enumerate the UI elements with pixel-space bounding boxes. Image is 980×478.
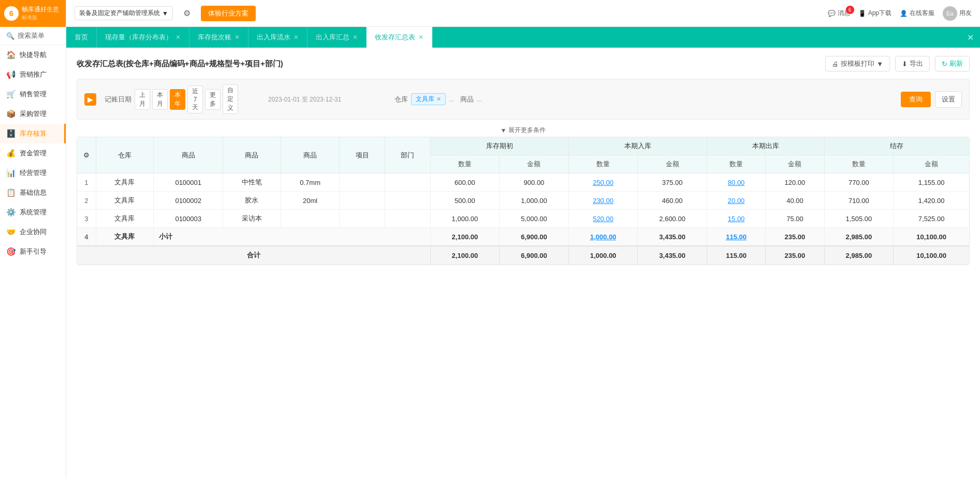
purchase-icon: 📦 [6, 109, 16, 119]
page-title: 收发存汇总表(按仓库+商品编码+商品+规格型号+项目+部门) [77, 59, 283, 69]
app-download-button[interactable]: 📱 App下载 [858, 9, 891, 18]
filter-settings-button[interactable]: 设置 [935, 91, 962, 108]
close-all-tabs-button[interactable]: ✕ [967, 33, 974, 42]
tab-in-out-summary[interactable]: 出入库汇总 ✕ [308, 27, 367, 48]
row3-dept [385, 210, 430, 228]
message-button[interactable]: 💬 消息 6 [828, 9, 850, 18]
sidebar-item-basic[interactable]: 📋 基础信息 [0, 183, 66, 202]
tab-stock-dist[interactable]: 现存量（库存分布表） ✕ [97, 27, 189, 48]
online-service-button[interactable]: 👤 在线客服 [900, 9, 934, 18]
tab-recv-send-summary[interactable]: 收发存汇总表 ✕ [367, 27, 432, 48]
tab-recv-send-summary-label: 收发存汇总表 [375, 33, 415, 42]
row2-spec: 20ml [281, 192, 339, 210]
row3-project [340, 210, 385, 228]
export-label: 导出 [910, 59, 923, 68]
try-plan-button[interactable]: 体验行业方案 [201, 6, 256, 21]
th-close-qty: 数量 [824, 155, 894, 173]
date-btn-more[interactable]: 更多 [205, 89, 221, 110]
row3-open-qty: 1,000.00 [430, 210, 500, 228]
th-out-qty: 数量 [707, 155, 765, 173]
row2-out-qty[interactable]: 20.00 [707, 192, 765, 210]
th-group-closing: 结存 [824, 137, 969, 155]
home-icon: 🏠 [6, 50, 16, 60]
row1-open-amt: 900.00 [500, 173, 569, 192]
row1-spec: 0.7mm [281, 173, 339, 192]
query-button[interactable]: 查询 [901, 92, 931, 107]
tab-in-out-summary-close[interactable]: ✕ [353, 34, 358, 41]
print-button[interactable]: 🖨 按模板打印 ▼ [825, 56, 890, 71]
th-settings[interactable]: ⚙ [77, 137, 96, 173]
date-btn-last-month[interactable]: 上月 [135, 89, 150, 110]
subtotal-label: 小计 [154, 228, 430, 247]
sidebar-item-sales[interactable]: 🛒 销售管理 [0, 84, 66, 104]
system-name: 装备及固定资产辅助管理系统 [79, 9, 160, 18]
total-open-qty: 2,100.00 [430, 246, 500, 265]
sidebar-label-marketing: 营销推广 [20, 70, 47, 79]
row1-name: 中性笔 [223, 173, 281, 192]
row3-num: 3 [77, 210, 96, 228]
sidebar-item-operation[interactable]: 📊 经营管理 [0, 163, 66, 183]
tab-batch-account[interactable]: 库存批次账 ✕ [189, 27, 248, 48]
row1-out-qty[interactable]: 80.00 [707, 173, 765, 192]
row2-in-qty[interactable]: 230.00 [568, 192, 638, 210]
sidebar-item-purchase[interactable]: 📦 采购管理 [0, 104, 66, 124]
tab-in-out-flow[interactable]: 出入库流水 ✕ [248, 27, 308, 48]
user-profile-button[interactable]: Ea 用友 [943, 6, 972, 21]
th-product-code: 商品 [154, 137, 223, 173]
subtotal-out-qty[interactable]: 115.00 [707, 228, 765, 247]
warehouse-tag[interactable]: 文具库 ✕ [411, 93, 446, 105]
row1-open-qty: 600.00 [430, 173, 500, 192]
sidebar-item-inventory[interactable]: 🗄️ 库存核算 [0, 124, 66, 143]
tab-in-out-flow-label: 出入库流水 [257, 33, 290, 42]
tab-stock-dist-label: 现存量（库存分布表） [105, 33, 172, 42]
row3-open-amt: 5,000.00 [500, 210, 569, 228]
sidebar-item-quick-nav[interactable]: 🏠 快捷导航 [0, 45, 66, 65]
row1-close-qty: 770.00 [824, 173, 894, 192]
subtotal-in-amt: 3,435.00 [638, 228, 707, 247]
sidebar-item-guide[interactable]: 🎯 新手引导 [0, 242, 66, 262]
export-button[interactable]: ⬇ 导出 [895, 56, 930, 71]
settings-icon[interactable]: ⚙ [179, 6, 195, 21]
warehouse-more[interactable]: ... [449, 96, 454, 103]
th-out-amt: 金额 [766, 155, 824, 173]
subtotal-warehouse: 文具库 [96, 228, 154, 247]
logo-subtitle: 标准版 [22, 14, 59, 21]
date-btn-this-year[interactable]: 本年 [170, 89, 185, 110]
expand-conditions-button[interactable]: ▼ 展开更多条件 [77, 126, 970, 135]
date-btn-custom[interactable]: 自定义 [223, 84, 238, 114]
topbar: 装备及固定资产辅助管理系统 ▼ ⚙ 体验行业方案 💬 消息 6 📱 App下载 … [66, 0, 980, 27]
product-more[interactable]: ... [477, 96, 482, 103]
chevron-down-icon-print: ▼ [876, 60, 883, 68]
collab-icon: 🤝 [6, 227, 16, 237]
page-actions: 🖨 按模板打印 ▼ ⬇ 导出 ↻ 刷新 [825, 56, 970, 71]
sidebar-label-purchase: 采购管理 [20, 109, 47, 119]
tab-in-out-summary-label: 出入库汇总 [316, 33, 349, 42]
logo-icon: 6 [4, 6, 19, 21]
sidebar-item-marketing[interactable]: 📢 营销推广 [0, 65, 66, 84]
warehouse-tag-remove[interactable]: ✕ [436, 96, 441, 103]
marketing-icon: 📢 [6, 70, 16, 79]
sidebar: 6 畅库通好生意 标准版 🔍 搜索菜单 🏠 快捷导航 📢 营销推广 🛒 销售管理… [0, 0, 66, 478]
row3-in-qty[interactable]: 520.00 [568, 210, 638, 228]
tab-stock-dist-close[interactable]: ✕ [175, 34, 181, 41]
row1-dept [385, 173, 430, 192]
subtotal-in-qty[interactable]: 1,000.00 [568, 228, 638, 247]
username: 用友 [959, 9, 972, 18]
date-btn-this-month[interactable]: 本月 [152, 89, 168, 110]
warehouse-tag-text: 文具库 [416, 95, 434, 104]
filter-toggle-button[interactable]: ▶ [84, 93, 96, 106]
tab-recv-send-summary-close[interactable]: ✕ [418, 34, 423, 41]
system-selector[interactable]: 装备及固定资产辅助管理系统 ▼ [75, 6, 173, 20]
sidebar-item-finance[interactable]: 💰 资金管理 [0, 143, 66, 163]
tab-home[interactable]: 首页 [66, 27, 97, 48]
row1-in-qty[interactable]: 250.00 [568, 173, 638, 192]
tab-in-out-flow-close[interactable]: ✕ [294, 34, 299, 41]
message-icon: 💬 [828, 10, 836, 17]
search-menu-item[interactable]: 🔍 搜索菜单 [0, 27, 66, 45]
sidebar-item-collab[interactable]: 🤝 企业协同 [0, 222, 66, 242]
row3-out-qty[interactable]: 15.00 [707, 210, 765, 228]
refresh-button[interactable]: ↻ 刷新 [935, 56, 970, 71]
sidebar-item-system[interactable]: ⚙️ 系统管理 [0, 202, 66, 222]
tab-batch-account-close[interactable]: ✕ [235, 34, 240, 41]
date-btn-7days[interactable]: 近7天 [187, 85, 203, 113]
